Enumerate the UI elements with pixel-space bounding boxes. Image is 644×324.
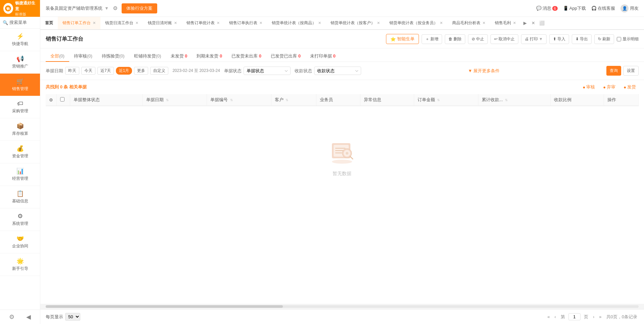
tab-close-summary-product[interactable]: ✕ bbox=[318, 21, 321, 25]
date-7days[interactable]: 近7天 bbox=[97, 67, 114, 75]
message-btn[interactable]: 💬 消息 6 bbox=[536, 5, 558, 11]
expand-filter-btn[interactable]: ▼ 展开更多条件 bbox=[468, 68, 500, 74]
reject-btn[interactable]: ● 弃审 bbox=[600, 83, 618, 91]
sort-date-icon[interactable]: ⇅ bbox=[166, 98, 169, 102]
th-gear[interactable]: ⚙ bbox=[46, 94, 57, 106]
sidebar-item-inventory[interactable]: 📦 库存核算 bbox=[0, 118, 40, 141]
tab-close-sales-more[interactable]: ✕ bbox=[513, 21, 516, 25]
th-received[interactable]: 累计收款... ⇅ bbox=[478, 94, 550, 106]
tab-cash-daily[interactable]: 钱货日清工作台 ✕ bbox=[100, 17, 143, 30]
sidebar-item-finance[interactable]: 💰 资金管理 bbox=[0, 141, 40, 163]
tab-close-sales-exec[interactable]: ✕ bbox=[259, 21, 262, 25]
last-page-btn[interactable]: » bbox=[598, 314, 603, 320]
prev-page-btn[interactable]: ‹ bbox=[553, 314, 557, 320]
sidebar-item-enterprise[interactable]: 🤝 企业协同 bbox=[0, 231, 40, 253]
show-detail-label[interactable]: 显示明细 bbox=[617, 36, 639, 42]
ship-btn[interactable]: ● 发货 bbox=[621, 83, 639, 91]
tab-close-sales-workbench[interactable]: ✕ bbox=[93, 21, 96, 25]
sort-number-icon[interactable]: ⇅ bbox=[230, 98, 233, 102]
subtab-all[interactable]: 全部(0) bbox=[46, 51, 69, 62]
collapse-icon[interactable]: ◀ bbox=[26, 313, 31, 321]
smart-btn[interactable]: ⭐ 智能生单 bbox=[386, 34, 419, 44]
tab-product-margin[interactable]: 商品毛利分析表 ✕ bbox=[447, 17, 490, 30]
tab-close-current[interactable]: ✕ bbox=[529, 17, 537, 29]
sidebar-item-system[interactable]: ⚙ 系统管理 bbox=[0, 208, 40, 231]
select-all-checkbox[interactable] bbox=[60, 97, 65, 102]
sidebar-item-operations[interactable]: 📊 经营管理 bbox=[0, 163, 40, 186]
system-selector[interactable]: 装备及固定资产辅助管理系统 ▼ bbox=[46, 5, 109, 11]
subtab-pending-check[interactable]: 待拣验货(0) bbox=[97, 51, 129, 62]
per-page-select[interactable]: 50 bbox=[65, 313, 80, 321]
add-btn[interactable]: ＋ 新增 bbox=[422, 34, 442, 44]
tab-sales-exec[interactable]: 销售订单执行表 ✕ bbox=[224, 17, 267, 30]
sidebar-item-marketing[interactable]: 📢 营销推广 bbox=[0, 51, 40, 74]
tab-close-cash-daily[interactable]: ✕ bbox=[135, 21, 138, 25]
review-btn[interactable]: ● 审核 bbox=[580, 83, 598, 91]
tab-sales-summary-product[interactable]: 销货单统计表（按商品） ✕ bbox=[267, 17, 326, 30]
sidebar-item-purchase[interactable]: 🏷 采购管理 bbox=[0, 96, 40, 118]
gear-icon[interactable]: ⚙ bbox=[113, 5, 118, 11]
tab-close-summary-staff[interactable]: ✕ bbox=[440, 21, 443, 25]
app-download-btn[interactable]: 📱 App下载 bbox=[563, 5, 586, 11]
tab-sales-summary-staff[interactable]: 销货单统计表（按业务员） ✕ bbox=[385, 17, 447, 30]
tab-sales-more[interactable]: 销售毛利 ✕ bbox=[490, 17, 521, 30]
cancel-stop-btn[interactable]: ↩ 取消中止 bbox=[490, 34, 518, 44]
subtab-unshipped[interactable]: 未发货 0 bbox=[166, 51, 192, 62]
sidebar-item-newbie[interactable]: 🌟 新手引导 bbox=[0, 253, 40, 276]
tab-close-cash-reconcile[interactable]: ✕ bbox=[174, 21, 177, 25]
online-service-btn[interactable]: 🎧 在线客服 bbox=[591, 5, 615, 11]
show-detail-checkbox[interactable] bbox=[617, 37, 621, 41]
user-menu[interactable]: 👤 用友 bbox=[620, 4, 639, 12]
tab-close-sales-stats[interactable]: ✕ bbox=[217, 21, 220, 25]
date-yesterday[interactable]: 昨天 bbox=[65, 67, 79, 75]
filter-settings-btn[interactable]: 设置 bbox=[623, 66, 639, 76]
th-number[interactable]: 单据编号 ⇅ bbox=[207, 94, 271, 106]
sidebar-item-basics[interactable]: 📋 基础信息 bbox=[0, 186, 40, 208]
payment-select[interactable]: 收款状态 bbox=[314, 67, 361, 75]
sort-amount-icon[interactable]: ⇅ bbox=[437, 98, 440, 102]
tab-close-all[interactable]: ⬜ bbox=[537, 17, 547, 29]
subtab-wangpu-ship[interactable]: 旺铺待发货(0) bbox=[129, 51, 166, 62]
th-date[interactable]: 单据日期 ⇅ bbox=[143, 94, 207, 106]
date-1month[interactable]: 近1月 bbox=[116, 67, 132, 75]
industry-btn[interactable]: 体验行业方案 bbox=[122, 3, 157, 13]
tab-more-btn[interactable]: ▶ bbox=[521, 17, 529, 29]
import-btn[interactable]: ⬆ 导入 bbox=[549, 34, 569, 44]
tab-cash-reconcile[interactable]: 钱货日清对账 ✕ bbox=[143, 17, 182, 30]
tab-home[interactable]: 首页 bbox=[40, 17, 58, 30]
first-page-btn[interactable]: « bbox=[546, 314, 551, 320]
tab-sales-workbench[interactable]: 销售订单工作台 ✕ bbox=[58, 17, 100, 30]
status-select[interactable]: 单据状态 bbox=[244, 67, 291, 75]
date-custom[interactable]: 自定义 bbox=[150, 67, 168, 75]
stop-btn[interactable]: ⊘ 中止 bbox=[468, 34, 488, 44]
sidebar-item-quick-nav[interactable]: ⚡ 快捷导航 bbox=[0, 29, 40, 51]
sort-received-icon[interactable]: ⇅ bbox=[505, 98, 508, 102]
tab-close-summary-customer[interactable]: ✕ bbox=[377, 21, 380, 25]
date-today[interactable]: 今天 bbox=[81, 67, 95, 75]
next-page-btn[interactable]: › bbox=[592, 314, 596, 320]
refresh-btn[interactable]: ↻ 刷新 bbox=[594, 34, 614, 44]
query-btn[interactable]: 查询 bbox=[606, 66, 621, 76]
tab-sales-stats[interactable]: 销售订单统计表 ✕ bbox=[182, 17, 224, 30]
scroll-thumb[interactable] bbox=[46, 305, 283, 308]
subtab-overdue-unshipped[interactable]: 到期未发货 0 bbox=[192, 51, 227, 62]
subtab-shipped-not-stored[interactable]: 已发货未出库 0 bbox=[227, 51, 266, 62]
export-btn[interactable]: ⬇ 导出 bbox=[572, 34, 592, 44]
subtab-unprinted[interactable]: 未打印单据 0 bbox=[305, 51, 340, 62]
subtab-pending-review[interactable]: 待审核(0) bbox=[69, 51, 97, 62]
th-amount[interactable]: 订单金额 ⇅ bbox=[414, 94, 478, 106]
print-btn[interactable]: 🖨 打印 ▼ bbox=[521, 34, 547, 44]
tab-sales-summary-customer[interactable]: 销货单统计表（按客户） ✕ bbox=[326, 17, 385, 30]
sort-customer-icon[interactable]: ⇅ bbox=[286, 98, 288, 102]
settings-gear-icon[interactable]: ⚙ bbox=[9, 313, 14, 321]
delete-btn[interactable]: 🗑 删除 bbox=[445, 34, 465, 44]
horizontal-scrollbar[interactable] bbox=[40, 304, 644, 309]
subtab-shipped-stored[interactable]: 已发货已出库 0 bbox=[266, 51, 305, 62]
page-num-input[interactable] bbox=[568, 313, 581, 320]
th-checkbox[interactable] bbox=[57, 94, 70, 106]
th-customer[interactable]: 客户 ⇅ bbox=[271, 94, 316, 106]
date-more[interactable]: 更多 bbox=[134, 67, 148, 75]
tab-close-product-margin[interactable]: ✕ bbox=[482, 21, 485, 25]
sidebar-item-sales[interactable]: 🛒 销售管理 bbox=[0, 74, 40, 96]
search-menu[interactable]: 🔍 搜索菜单 bbox=[0, 17, 40, 29]
